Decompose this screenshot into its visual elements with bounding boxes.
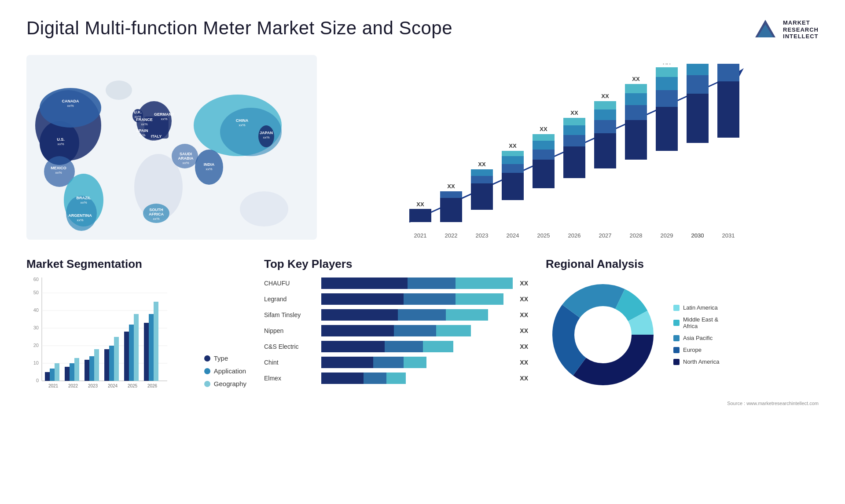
svg-text:2022: 2022 [445,232,458,239]
svg-text:xx%: xx% [80,201,87,205]
svg-text:10: 10 [33,360,39,365]
svg-text:2024: 2024 [108,383,118,388]
svg-text:xx%: xx% [139,133,145,137]
svg-rect-60 [440,191,462,198]
svg-rect-92 [625,120,647,160]
regional-legend: Latin America Middle East &Africa Asia P… [673,304,719,365]
legend-type: Type [204,354,246,362]
svg-text:40: 40 [33,307,39,313]
regional-section: Regional Analysis [546,257,819,406]
svg-rect-137 [84,360,89,381]
svg-text:2025: 2025 [128,383,138,388]
svg-text:2026: 2026 [147,383,158,388]
legend-application: Application [204,367,246,375]
reg-legend-asia-pacific: Asia Pacific [673,335,719,341]
svg-text:XX: XX [724,64,732,65]
player-bar [321,341,513,352]
logo-area: MARKET RESEARCH INTELLECT [753,18,819,42]
latin-america-label: Latin America [683,304,718,311]
application-dot [204,368,210,374]
svg-rect-141 [104,349,109,381]
svg-text:XX: XX [478,161,486,168]
reg-legend-north-america: North America [673,358,719,365]
svg-rect-69 [502,164,524,173]
player-row: Sifam Tinsley XX [264,309,528,321]
player-value: XX [520,359,528,366]
reg-legend-latin-america: Latin America [673,304,719,311]
latin-america-dot [673,305,680,311]
player-bar [321,278,513,289]
svg-rect-70 [502,156,524,164]
logo-icon [753,18,778,42]
svg-text:xx%: xx% [55,171,62,175]
regional-title: Regional Analysis [546,257,819,271]
svg-text:xx%: xx% [206,167,212,171]
segmentation-svg: 0 10 20 30 40 50 60 [26,278,167,392]
svg-rect-83 [563,118,585,125]
svg-rect-56 [409,209,431,222]
svg-text:XX: XX [416,201,424,208]
segmentation-title: Market Segmentation [26,257,246,271]
svg-text:2023: 2023 [88,383,98,388]
svg-rect-75 [533,150,555,160]
player-value: XX [520,327,528,334]
svg-text:XX: XX [694,64,702,65]
logo-text: MARKET RESEARCH INTELLECT [783,19,819,40]
svg-rect-135 [74,358,79,381]
svg-text:AFRICA: AFRICA [149,212,164,216]
player-bar [321,373,513,384]
svg-point-6 [40,88,101,128]
svg-text:XX: XX [601,93,609,99]
svg-text:U.S.: U.S. [57,137,65,142]
svg-text:MEXICO: MEXICO [51,166,66,170]
player-row: C&S Electric XX [264,341,528,352]
geography-dot [204,381,210,387]
svg-rect-88 [594,110,616,120]
svg-rect-95 [625,84,647,93]
svg-text:XX: XX [663,64,671,65]
svg-text:2031: 2031 [722,232,735,239]
player-name: Legrand [264,296,317,303]
svg-text:2023: 2023 [476,232,489,239]
svg-rect-138 [89,356,94,381]
svg-rect-131 [55,363,59,381]
donut-container: Latin America Middle East &Africa Asia P… [546,278,819,392]
players-section: Top Key Players CHAUFU XX Legrand [264,257,528,406]
svg-text:xx%: xx% [153,217,159,221]
svg-rect-98 [656,107,678,151]
svg-rect-89 [594,101,616,110]
player-bar [321,309,513,321]
svg-text:xx%: xx% [67,104,73,108]
svg-text:BRAZIL: BRAZIL [77,196,91,200]
header: Digital Multi-function Meter Market Size… [26,18,819,42]
svg-rect-139 [94,349,99,381]
svg-text:CANADA: CANADA [62,99,79,103]
segmentation-legend: Type Application Geography [204,354,246,401]
svg-text:FRANCE: FRANCE [136,117,153,122]
player-value: XX [520,311,528,318]
player-value: XX [520,343,528,350]
player-name: Chint [264,359,317,366]
growth-chart-section: 2021 XX 2022 XX 2023 XX 2024 XX [334,55,819,240]
world-map-section: CANADA xx% U.S. xx% MEXICO xx% BRAZIL xx… [26,55,317,240]
segmentation-section: Market Segmentation 0 10 20 30 40 5 [26,257,246,406]
svg-text:xx%: xx% [153,139,159,143]
reg-legend-middle-east: Middle East &Africa [673,316,719,329]
player-bar [321,325,513,336]
svg-text:2021: 2021 [414,232,427,239]
growth-chart-svg: 2021 XX 2022 XX 2023 XX 2024 XX [343,64,810,240]
svg-rect-71 [502,151,524,156]
svg-text:SAUDI: SAUDI [180,152,192,156]
svg-text:SOUTH: SOUTH [149,208,163,212]
svg-rect-133 [65,367,70,381]
svg-text:xx%: xx% [57,142,64,146]
svg-text:50: 50 [33,290,39,295]
svg-text:xx%: xx% [182,161,189,165]
legend-geography: Geography [204,380,246,387]
svg-rect-150 [149,314,154,381]
svg-point-19 [106,80,132,100]
player-row: Chint XX [264,357,528,368]
svg-rect-65 [471,169,493,176]
svg-rect-109 [717,64,739,81]
svg-text:20: 20 [33,343,39,348]
